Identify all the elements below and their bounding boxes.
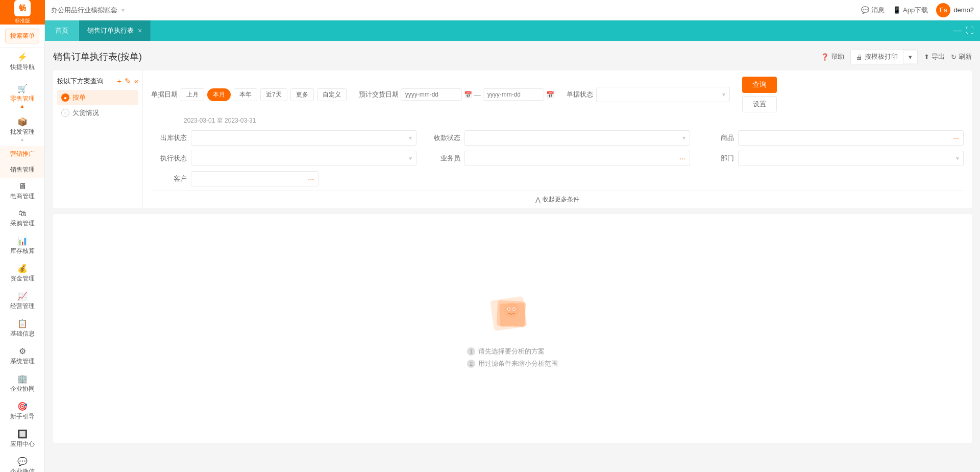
system-label: 系统管理 bbox=[10, 357, 35, 366]
basicinfo-label: 基础信息 bbox=[10, 329, 35, 338]
tab-home[interactable]: 首页 bbox=[45, 20, 79, 41]
message-label: 消息 bbox=[871, 6, 885, 15]
filter-row-2: 出库状态 ▾ 收款状态 ▾ bbox=[151, 130, 964, 146]
tabbar-minimize-icon[interactable]: — bbox=[953, 26, 962, 35]
scheme-byorder-label: 按单 bbox=[72, 93, 86, 102]
print-dropdown-button[interactable]: ▾ bbox=[903, 51, 917, 63]
sidebar-logo[interactable]: 畅 标准版 bbox=[0, 0, 45, 25]
sidebar-sub-item-sales[interactable]: 销售管理 bbox=[0, 162, 44, 178]
calendar-icon-end[interactable]: 📅 bbox=[546, 91, 554, 99]
newbie-label: 新手引导 bbox=[10, 412, 35, 421]
export-button[interactable]: ⬆ 导出 bbox=[924, 52, 945, 61]
scheme-dot-filled: ● bbox=[61, 93, 69, 102]
scheme-add-icon[interactable]: + bbox=[117, 77, 121, 86]
marketing-label: 营销推广 bbox=[10, 150, 35, 158]
customer-input[interactable]: ··· bbox=[191, 171, 318, 186]
expected-date-start[interactable] bbox=[401, 88, 462, 101]
scheme-edit-icon[interactable]: ✎ bbox=[125, 77, 131, 86]
dept-select[interactable]: ▾ bbox=[738, 151, 964, 166]
tab-sales-order[interactable]: 销售订单执行表 × bbox=[79, 20, 151, 41]
tab-sales-order-label: 销售订单执行表 bbox=[87, 26, 134, 35]
print-button[interactable]: 🖨 按模板打印 bbox=[851, 50, 903, 64]
quicknav-icon: ⚡ bbox=[17, 52, 28, 62]
customer-field: 客户 ··· bbox=[151, 171, 318, 186]
tabbar: 首页 销售订单执行表 × — ⛶ bbox=[45, 20, 980, 41]
customer-more-icon[interactable]: ··· bbox=[308, 175, 314, 183]
wechat-icon: 💬 bbox=[17, 457, 28, 466]
goods-input[interactable]: ··· bbox=[738, 130, 964, 146]
app-download-action[interactable]: 📱 App下载 bbox=[893, 6, 928, 15]
help-button[interactable]: ❓ 帮助 bbox=[821, 52, 844, 61]
order-status-select[interactable]: ▾ bbox=[596, 87, 730, 102]
sidebar-item-operation[interactable]: 📈 经营管理 bbox=[0, 287, 44, 315]
tab-close-icon[interactable]: × bbox=[138, 27, 142, 34]
basicinfo-icon: 📋 bbox=[17, 319, 28, 328]
scheme-collapse-icon[interactable]: « bbox=[134, 77, 138, 86]
salesman-field: 业务员 ··· bbox=[425, 151, 690, 166]
user-area[interactable]: Ea demo2 bbox=[936, 3, 974, 17]
retail-icon: 🛒 bbox=[17, 84, 28, 93]
sidebar-item-wholesale[interactable]: 📦 批发管理 ▲ bbox=[0, 113, 44, 146]
sidebar-item-newbie[interactable]: 🎯 新手引导 bbox=[0, 397, 44, 425]
top-title-arrow[interactable]: ▾ bbox=[121, 7, 125, 14]
refresh-button[interactable]: ↻ 刷新 bbox=[951, 52, 972, 61]
wholesale-sub: 营销推广 销售管理 bbox=[0, 146, 44, 178]
sidebar-item-wechat[interactable]: 💬 企业微信 bbox=[0, 453, 44, 472]
query-button[interactable]: 查询 bbox=[742, 77, 777, 93]
search-menu-button[interactable]: 搜索菜单 bbox=[5, 29, 39, 43]
out-status-field: 出库状态 ▾ bbox=[151, 130, 416, 146]
date-filter-group: 单据日期 上月 本月 本年 近7天 更多 自定义 bbox=[151, 88, 347, 101]
tabbar-maximize-icon[interactable]: ⛶ bbox=[966, 26, 974, 35]
dept-field: 部门 ▾ bbox=[698, 151, 964, 166]
dept-arrow: ▾ bbox=[956, 155, 959, 162]
ecommerce-icon: 🖥 bbox=[18, 182, 27, 191]
date-btn-thisyear[interactable]: 本年 bbox=[234, 88, 257, 101]
collapse-chevron-icon: ⋀ bbox=[535, 196, 541, 203]
topbar-right: 💬 消息 📱 App下载 Ea demo2 bbox=[861, 3, 974, 17]
message-action[interactable]: 💬 消息 bbox=[861, 6, 885, 15]
inventory-icon: 📊 bbox=[17, 236, 28, 246]
expected-date-end[interactable] bbox=[483, 88, 544, 101]
date-btn-7days[interactable]: 近7天 bbox=[260, 88, 287, 101]
page-container: 销售订单执行表(按单) ❓ 帮助 🖨 按模板打印 ▾ ⬆ bbox=[45, 41, 980, 451]
exec-status-select[interactable]: ▾ bbox=[191, 151, 416, 166]
sidebar: 畅 标准版 搜索菜单 ⚡ 快捷导航 🛒 零售管理 ▲ 📦 批发管理 ▲ 营销推广… bbox=[0, 0, 45, 472]
salesman-more-icon[interactable]: ··· bbox=[679, 154, 685, 162]
sidebar-item-system[interactable]: ⚙ 系统管理 bbox=[0, 342, 44, 370]
date-range-display: 2023-03-01 至 2023-03-31 bbox=[184, 116, 964, 125]
sidebar-item-purchase[interactable]: 🛍 采购管理 bbox=[0, 205, 44, 232]
date-btn-lastmonth[interactable]: 上月 bbox=[181, 88, 204, 101]
sidebar-item-basicinfo[interactable]: 📋 基础信息 bbox=[0, 315, 44, 342]
empty-hint-1: 1 请先选择要分析的方案 bbox=[467, 347, 558, 356]
date-btn-thismonth[interactable]: 本月 bbox=[207, 88, 231, 101]
salesman-label: 业务员 bbox=[425, 154, 460, 163]
scheme-item-byorder[interactable]: ● 按单 bbox=[57, 90, 138, 105]
sidebar-item-ecommerce[interactable]: 🖥 电商管理 bbox=[0, 178, 44, 205]
calendar-icon-start[interactable]: 📅 bbox=[464, 91, 472, 99]
out-status-select[interactable]: ▾ bbox=[191, 130, 416, 146]
settings-button[interactable]: 设置 bbox=[742, 96, 777, 112]
sidebar-item-retail[interactable]: 🛒 零售管理 ▲ bbox=[0, 80, 44, 113]
collapse-button[interactable]: ⋀ 收起更多条件 bbox=[535, 195, 579, 204]
collect-status-select[interactable]: ▾ bbox=[464, 130, 690, 146]
date-sep: — bbox=[474, 91, 481, 99]
scheme-item-shortage[interactable]: ○ 欠货情况 bbox=[57, 105, 138, 121]
salesman-input[interactable]: ··· bbox=[464, 151, 690, 166]
date-btn-more[interactable]: 更多 bbox=[290, 88, 314, 101]
date-btn-custom[interactable]: 自定义 bbox=[317, 88, 347, 101]
sales-label: 销售管理 bbox=[10, 166, 35, 174]
expected-date-label: 预计交货日期 bbox=[359, 90, 399, 99]
goods-more-icon[interactable]: ··· bbox=[953, 134, 959, 142]
sidebar-item-quicknav[interactable]: ⚡ 快捷导航 bbox=[0, 48, 44, 76]
filter-row-1: 单据日期 上月 本月 本年 近7天 更多 自定义 预计交货日期 bbox=[151, 70, 964, 116]
svg-point-6 bbox=[508, 309, 510, 310]
sidebar-item-appcenter[interactable]: 🔲 应用中心 bbox=[0, 425, 44, 453]
sidebar-item-enterprise[interactable]: 🏢 企业协同 bbox=[0, 370, 44, 397]
exec-status-label: 执行状态 bbox=[151, 154, 187, 163]
filter-area: 单据日期 上月 本月 本年 近7天 更多 自定义 预计交货日期 bbox=[143, 70, 972, 208]
tabbar-actions: — ⛶ bbox=[947, 20, 980, 41]
sidebar-item-finance[interactable]: 💰 资金管理 bbox=[0, 259, 44, 287]
sidebar-item-inventory[interactable]: 📊 库存核算 bbox=[0, 232, 44, 259]
sidebar-sub-item-marketing[interactable]: 营销推广 bbox=[0, 146, 44, 162]
app-download-icon: 📱 bbox=[893, 6, 901, 14]
